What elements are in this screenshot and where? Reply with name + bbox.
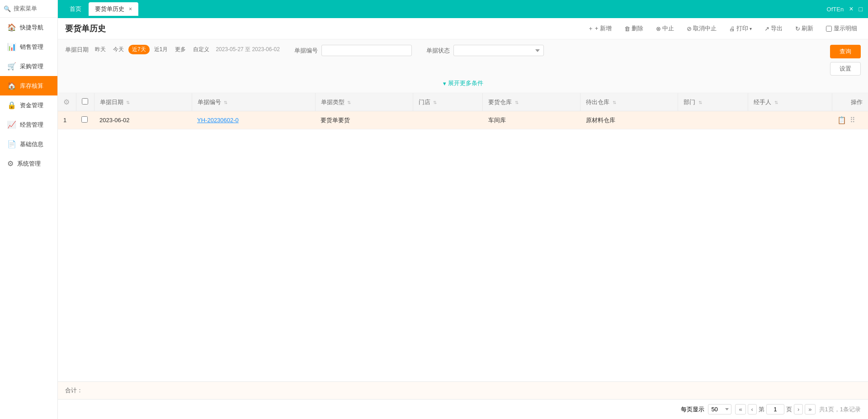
sidebar-item-system[interactable]: ⚙ 系统管理 bbox=[0, 154, 57, 173]
date-range-display: 2023-05-27 至 2023-06-02 bbox=[216, 46, 279, 53]
sidebar-item-finance[interactable]: 🔒 资金管理 bbox=[0, 95, 57, 115]
sort-handler-icon[interactable]: ⇅ bbox=[774, 100, 778, 105]
sidebar-item-label: 系统管理 bbox=[17, 160, 41, 168]
pagination-info: 共1页，1条记录 bbox=[819, 405, 861, 414]
content-area: 要货单历史 ＋ + 新增 🗑 删除 ⊗ 中止 ⊘ 取消中止 bbox=[58, 18, 868, 419]
cancel-stop-button[interactable]: ⊘ 取消中止 bbox=[683, 23, 720, 34]
date-btn-yesterday[interactable]: 昨天 bbox=[92, 45, 108, 54]
sidebar-item-inventory[interactable]: 🏠 库存核算 bbox=[0, 76, 57, 95]
col-order-type-label: 单据类型 bbox=[321, 99, 344, 105]
page-size-select[interactable]: 50 20 100 200 bbox=[708, 404, 731, 414]
sort-date-icon[interactable]: ⇅ bbox=[126, 100, 130, 105]
page-label: 页 bbox=[786, 405, 792, 414]
date-btn-today[interactable]: 今天 bbox=[110, 45, 127, 54]
sort-order-type-icon[interactable]: ⇅ bbox=[347, 100, 351, 105]
next-page-button[interactable]: › bbox=[794, 404, 803, 414]
filter-top-row: 单据日期 昨天 今天 近7天 近1月 更多 自定义 2023-05-27 至 2… bbox=[65, 45, 861, 76]
cell-store bbox=[413, 111, 483, 129]
new-icon: ＋ bbox=[588, 24, 594, 33]
row-edit-icon[interactable]: 📋 bbox=[837, 116, 846, 124]
display-detail-checkbox[interactable] bbox=[826, 26, 832, 32]
status-select[interactable] bbox=[453, 45, 544, 56]
expand-more-button[interactable]: ▾ 展开更多条件 bbox=[65, 79, 861, 87]
chart-icon: 📊 bbox=[7, 43, 16, 51]
page-size-label: 每页显示 bbox=[681, 405, 704, 414]
tab-home[interactable]: 首页 bbox=[63, 2, 88, 16]
sidebar-item-label: 销售管理 bbox=[20, 43, 43, 51]
col-order-no-label: 单据编号 bbox=[198, 99, 221, 105]
page-nav: « ‹ 第 页 › » bbox=[735, 404, 815, 414]
topbar-close-icon[interactable]: × bbox=[849, 5, 853, 13]
row-more-icon[interactable]: ⠿ bbox=[850, 116, 855, 124]
cell-index: 1 bbox=[58, 111, 76, 129]
row-checkbox[interactable] bbox=[81, 116, 88, 123]
col-actions-label: 操作 bbox=[851, 99, 863, 105]
export-button[interactable]: ↗ 导出 bbox=[761, 23, 786, 34]
stop-button[interactable]: ⊗ 中止 bbox=[652, 23, 678, 34]
order-no-link[interactable]: YH-20230602-0 bbox=[197, 117, 239, 124]
ops-icon: 📈 bbox=[7, 120, 16, 129]
main-area: 首页 要货单历史 × OfTEn × □ 要货单历史 ＋ + 新增 🗑 删除 bbox=[58, 0, 868, 419]
sort-store-icon[interactable]: ⇅ bbox=[433, 100, 437, 105]
table-header: ⚙ 单据日期 ⇅ 单据编号 ⇅ bbox=[58, 93, 868, 111]
date-btn-custom[interactable]: 自定义 bbox=[190, 45, 212, 54]
tab-close-icon[interactable]: × bbox=[129, 6, 132, 12]
th-checkbox bbox=[76, 93, 94, 111]
th-department: 部门 ⇅ bbox=[678, 93, 748, 111]
lock-icon: 🔒 bbox=[7, 101, 16, 110]
row-action-icons: 📋 ⠿ bbox=[837, 116, 863, 124]
print-dropdown-icon: ▾ bbox=[750, 26, 752, 31]
sort-order-no-icon[interactable]: ⇅ bbox=[224, 100, 227, 105]
sidebar-search[interactable]: 🔍 搜索菜单 bbox=[0, 0, 57, 18]
order-number-input[interactable] bbox=[321, 45, 412, 56]
topbar-right: OfTEn × □ bbox=[827, 5, 863, 13]
sidebar-item-label: 快捷导航 bbox=[20, 24, 43, 32]
filter-settings-button[interactable]: 设置 bbox=[830, 62, 861, 76]
date-btn-more[interactable]: 更多 bbox=[172, 45, 189, 54]
query-button[interactable]: 查询 bbox=[830, 45, 861, 58]
col-req-warehouse-label: 要货仓库 bbox=[488, 99, 512, 105]
footer-total: 合计： bbox=[58, 381, 868, 399]
date-btn-last1month[interactable]: 近1月 bbox=[151, 45, 171, 54]
order-number-label: 单据编号 bbox=[294, 47, 318, 55]
cell-checkbox bbox=[76, 111, 94, 129]
sidebar-item-purchase[interactable]: 🛒 采购管理 bbox=[0, 57, 57, 76]
sidebar-item-sales[interactable]: 📊 销售管理 bbox=[0, 37, 57, 57]
select-all-checkbox[interactable] bbox=[82, 98, 88, 105]
requisition-table: ⚙ 单据日期 ⇅ 单据编号 ⇅ bbox=[58, 93, 868, 129]
tab-home-label: 首页 bbox=[70, 5, 81, 13]
display-detail-button[interactable]: 显示明细 bbox=[822, 23, 861, 34]
new-button[interactable]: ＋ + 新增 bbox=[584, 23, 615, 34]
last-page-button[interactable]: » bbox=[805, 404, 815, 414]
page-input-label: 第 bbox=[759, 405, 764, 414]
sidebar-item-quick-nav[interactable]: 🏠 快捷导航 bbox=[0, 18, 57, 37]
sort-department-icon[interactable]: ⇅ bbox=[698, 100, 702, 105]
first-page-button[interactable]: « bbox=[735, 404, 745, 414]
col-pending-warehouse-label: 待出仓库 bbox=[586, 99, 609, 105]
th-req-warehouse: 要货仓库 ⇅ bbox=[483, 93, 580, 111]
delete-label: 删除 bbox=[632, 24, 643, 33]
refresh-button[interactable]: ↻ 刷新 bbox=[792, 23, 817, 34]
date-btn-last7days[interactable]: 近7天 bbox=[128, 45, 150, 54]
cell-order-no[interactable]: YH-20230602-0 bbox=[192, 111, 315, 129]
page-title: 要货单历史 bbox=[65, 23, 106, 34]
table-settings-icon[interactable]: ⚙ bbox=[63, 98, 70, 106]
delete-button[interactable]: 🗑 删除 bbox=[621, 23, 647, 34]
sidebar-item-operations[interactable]: 📈 经营管理 bbox=[0, 115, 57, 134]
topbar-minimize-icon[interactable]: □ bbox=[859, 5, 863, 13]
sidebar-item-label: 资金管理 bbox=[20, 101, 43, 110]
table-area: ⚙ 单据日期 ⇅ 单据编号 ⇅ bbox=[58, 93, 868, 381]
th-store: 门店 ⇅ bbox=[413, 93, 483, 111]
print-button[interactable]: 🖨 打印 ▾ bbox=[726, 23, 755, 34]
sort-req-warehouse-icon[interactable]: ⇅ bbox=[515, 100, 519, 105]
topbar: 首页 要货单历史 × OfTEn × □ bbox=[58, 0, 868, 18]
tab-requisition-history[interactable]: 要货单历史 × bbox=[89, 2, 138, 16]
prev-page-button[interactable]: ‹ bbox=[748, 404, 757, 414]
home-icon: 🏠 bbox=[7, 23, 16, 32]
page-number-input[interactable] bbox=[766, 404, 784, 414]
sort-pending-warehouse-icon[interactable]: ⇅ bbox=[613, 100, 616, 105]
refresh-icon: ↻ bbox=[795, 25, 800, 32]
cell-actions: 📋 ⠿ bbox=[832, 111, 868, 129]
col-date-label: 单据日期 bbox=[100, 99, 123, 105]
sidebar-item-basic-info[interactable]: 📄 基础信息 bbox=[0, 134, 57, 154]
